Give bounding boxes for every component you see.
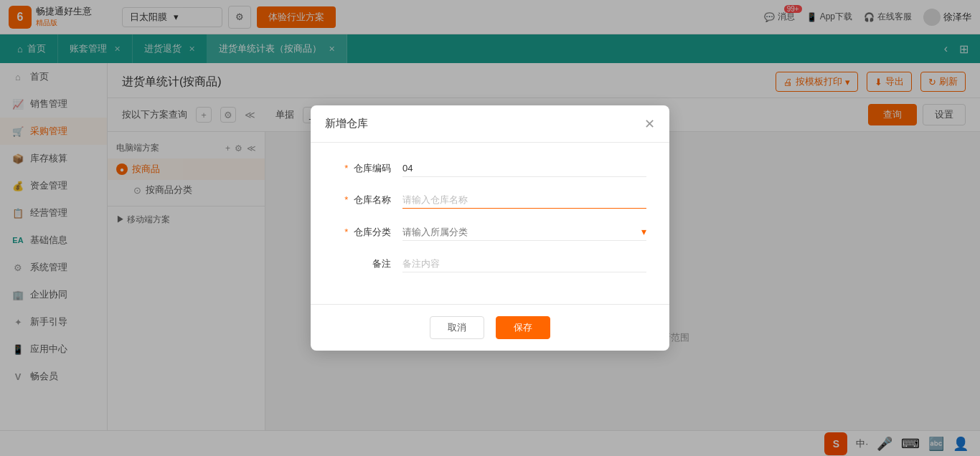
cancel-button[interactable]: 取消 bbox=[430, 316, 484, 339]
warehouse-name-input[interactable] bbox=[402, 191, 646, 209]
remark-input[interactable] bbox=[402, 255, 646, 272]
modal-header: 新增仓库 ✕ bbox=[311, 105, 669, 143]
modal-overlay: 新增仓库 ✕ * 仓库编码 * 仓库名称 bbox=[0, 0, 980, 456]
category-dropdown-icon[interactable]: ▾ bbox=[641, 226, 646, 237]
category-select-wrap: ▾ bbox=[402, 223, 646, 241]
form-row-code: * 仓库编码 bbox=[334, 160, 646, 177]
modal-close-button[interactable]: ✕ bbox=[644, 118, 655, 130]
required-star-code: * bbox=[344, 163, 348, 174]
warehouse-code-input[interactable] bbox=[402, 160, 646, 177]
form-row-category: * 仓库分类 ▾ bbox=[334, 223, 646, 241]
category-select-input[interactable] bbox=[402, 227, 641, 237]
modal-footer: 取消 保存 bbox=[311, 304, 669, 351]
save-button[interactable]: 保存 bbox=[496, 316, 550, 339]
form-row-remark: 备注 bbox=[334, 255, 646, 272]
required-star-name: * bbox=[344, 194, 348, 205]
required-star-category: * bbox=[344, 227, 348, 237]
category-label: * 仓库分类 bbox=[334, 226, 391, 239]
form-row-name: * 仓库名称 bbox=[334, 191, 646, 209]
modal-body: * 仓库编码 * 仓库名称 * 仓库分类 bbox=[311, 143, 669, 304]
code-label: * 仓库编码 bbox=[334, 162, 391, 175]
name-label: * 仓库名称 bbox=[334, 194, 391, 206]
remark-label: 备注 bbox=[334, 257, 391, 270]
add-warehouse-modal: 新增仓库 ✕ * 仓库编码 * 仓库名称 bbox=[311, 105, 669, 351]
modal-title: 新增仓库 bbox=[325, 117, 368, 130]
